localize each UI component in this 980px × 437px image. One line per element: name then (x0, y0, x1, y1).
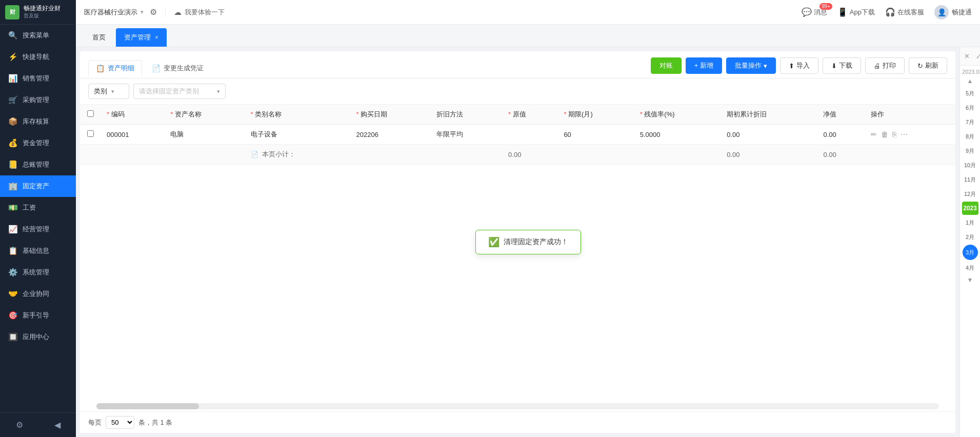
payroll-icon: 💵 (8, 203, 17, 212)
refresh-icon: ↻ (917, 62, 923, 70)
calendar-month-9[interactable]: 9月 (962, 144, 978, 157)
cell-code: 000001 (101, 125, 164, 145)
category-select[interactable]: 类别 ▾ (88, 84, 129, 99)
row-checkbox[interactable] (87, 130, 94, 137)
asset-table: 编码 资产名称 类别名称 购买日期 (80, 105, 955, 165)
right-panel-close-icon[interactable]: ✕ (961, 49, 973, 63)
sub-tab-change-voucher[interactable]: 📄 变更生成凭证 (144, 60, 211, 76)
handshake-icon: 🤝 (8, 289, 17, 299)
filter-row: 类别 ▾ 请选择固定资产类别 ▾ (80, 78, 955, 105)
tab-home[interactable]: 首页 (84, 28, 114, 47)
subtotal-row: 📄 本页小计： 0.00 0.00 0.00 (80, 145, 955, 165)
calendar-month-11[interactable]: 11月 (962, 173, 978, 186)
sidebar-item-payroll[interactable]: 💵 工资 (0, 197, 76, 218)
settings-footer-btn[interactable]: ⚙ (14, 418, 25, 432)
mobile-icon: 📱 (837, 7, 848, 17)
subtotal-net: 0.00 (817, 145, 864, 165)
subtotal-label: 本页小计： (262, 150, 295, 158)
col-period: 期限(月) (557, 105, 633, 125)
sidebar-item-finance[interactable]: 💰 资金管理 (0, 132, 76, 154)
batch-ops-btn[interactable]: 批量操作 ▾ (726, 57, 776, 74)
chart-icon: 📊 (8, 74, 17, 83)
sidebar-item-purchase[interactable]: 🛒 采购管理 (0, 89, 76, 111)
table-row: 000001 电脑 电子设备 202206 年限平均 60 5.0000 0.0… (80, 125, 955, 145)
success-toast: ✅ 清理固定资产成功！ (475, 230, 581, 254)
app-download-btn[interactable]: 📱 App下载 (837, 7, 875, 17)
sub-tabs: 📋 资产明细 📄 变更生成凭证 对账 + 新增 批量操作 (80, 51, 955, 78)
flash-icon: ⚡ (8, 52, 17, 62)
col-original-value: 原值 (502, 105, 557, 125)
calendar-month-1[interactable]: 1月 (962, 216, 978, 229)
calendar-month-5[interactable]: 5月 (962, 87, 978, 100)
refresh-btn[interactable]: ↻ 刷新 (909, 57, 947, 74)
sidebar-item-fixed-assets[interactable]: 🏢 固定资产 (0, 175, 76, 197)
right-panel-expand-icon[interactable]: ⤢ (973, 49, 980, 63)
copy-action-icon[interactable]: ⎘ (892, 130, 896, 138)
subtotal-icon: 📄 (251, 151, 258, 158)
per-page-select[interactable]: 10 20 50 100 (106, 416, 134, 429)
sidebar-item-cooperation[interactable]: 🤝 企业协同 (0, 283, 76, 305)
tab-close-icon[interactable]: × (155, 34, 158, 41)
calendar-month-6[interactable]: 6月 (962, 101, 978, 114)
collapse-sidebar-btn[interactable]: ◀ (52, 418, 63, 432)
sidebar-item-inventory[interactable]: 📦 库存核算 (0, 111, 76, 132)
table-scrollbar[interactable] (96, 403, 939, 409)
search-icon: 🔍 (8, 31, 17, 40)
sidebar-item-operations[interactable]: 📈 经营管理 (0, 218, 76, 240)
calendar-up-nav[interactable]: ▲ (960, 76, 980, 86)
sidebar-item-guide[interactable]: 🎯 新手引导 (0, 305, 76, 326)
calendar-month-3-current[interactable]: 3月 (963, 245, 978, 260)
logo-icon: 财 (5, 5, 19, 19)
topbar: 医疗器械行业演示 ▾ ⚙ ☁ 我要体验一下 💬 消息 99+ 📱 App下载 🎧… (76, 0, 980, 25)
message-badge: 99+ (819, 3, 832, 10)
col-name: 资产名称 (164, 105, 244, 125)
tab-asset-manage[interactable]: 资产管理 × (116, 28, 167, 47)
message-btn[interactable]: 💬 消息 99+ (802, 7, 827, 17)
calendar-month-12[interactable]: 12月 (962, 187, 978, 201)
more-action-icon[interactable]: ⋯ (901, 130, 908, 138)
import-btn[interactable]: ⬆ 导入 (780, 57, 818, 74)
calendar-month-10[interactable]: 10月 (962, 158, 978, 172)
sidebar-item-basic-info[interactable]: 📋 基础信息 (0, 240, 76, 262)
box-icon: 📦 (8, 117, 17, 126)
new-btn[interactable]: + 新增 (686, 57, 722, 74)
sidebar-item-system[interactable]: ⚙️ 系统管理 (0, 262, 76, 283)
calendar-month-2[interactable]: 2月 (962, 230, 978, 244)
subtotal-initial-dep: 0.00 (721, 145, 817, 165)
sidebar-item-search[interactable]: 🔍 搜索菜单 (0, 25, 76, 46)
category-value-select[interactable]: 请选择固定资产类别 ▾ (133, 84, 226, 99)
download-btn[interactable]: ⬇ 下载 (823, 57, 861, 74)
calendar-month-4[interactable]: 4月 (962, 261, 978, 274)
sidebar-item-ledger[interactable]: 📒 总账管理 (0, 154, 76, 175)
user-info[interactable]: 👤 畅捷通 (934, 5, 972, 19)
cell-actions: ✏ 🗑 ⎘ ⋯ (865, 125, 955, 145)
delete-action-icon[interactable]: 🗑 (881, 130, 888, 138)
headset-icon: 🎧 (885, 7, 895, 17)
company-selector[interactable]: 医疗器械行业演示 ▾ (84, 8, 144, 17)
sub-tab-asset-detail[interactable]: 📋 资产明细 (88, 60, 142, 76)
company-settings-icon[interactable]: ⚙ (150, 7, 157, 17)
calendar-month-8[interactable]: 8月 (962, 130, 978, 143)
logo-text: 畅捷通好业财 普及版 (24, 5, 61, 20)
experience-btn[interactable]: ☁ 我要体验一下 (174, 8, 225, 17)
col-actions: 操作 (865, 105, 955, 125)
calendar-year-badge[interactable]: 2023 (962, 202, 978, 215)
print-icon: 🖨 (874, 62, 881, 70)
total-count: 条，共 1 条 (138, 418, 172, 427)
calendar-year-header: 2023.03 (960, 66, 980, 76)
reconcile-btn[interactable]: 对账 (651, 57, 682, 74)
edit-action-icon[interactable]: ✏ (871, 130, 877, 138)
sidebar-item-quick-nav[interactable]: ⚡ 快捷导航 (0, 46, 76, 68)
sidebar-item-app-center[interactable]: 🔲 应用中心 (0, 326, 76, 348)
import-icon: ⬆ (789, 62, 794, 70)
sidebar-logo: 财 畅捷通好业财 普及版 (0, 0, 76, 25)
right-panel: ✕ ⤢ 2023.03 ▲ 5月 6月 7月 8月 9月 10月 11月 12月… (959, 47, 980, 437)
print-btn[interactable]: 🖨 打印 (865, 57, 905, 74)
company-dropdown-arrow: ▾ (141, 9, 144, 15)
calendar-down-nav[interactable]: ▼ (960, 275, 980, 285)
select-all-checkbox[interactable] (87, 110, 94, 117)
calendar-month-7[interactable]: 7月 (962, 115, 978, 129)
money-icon: 💰 (8, 138, 17, 148)
sidebar-item-sales[interactable]: 📊 销售管理 (0, 68, 76, 89)
online-service-btn[interactable]: 🎧 在线客服 (885, 7, 924, 17)
